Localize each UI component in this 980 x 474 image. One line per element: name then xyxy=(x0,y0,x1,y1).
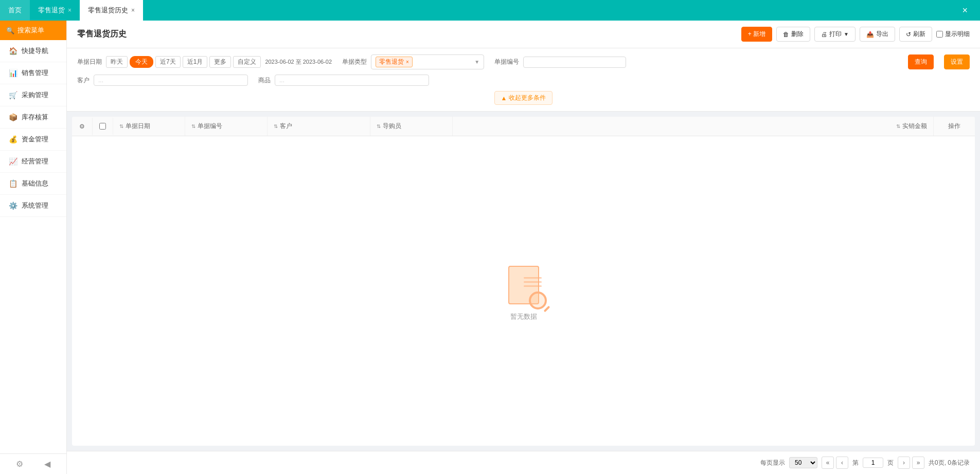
doc-line-3 xyxy=(524,285,542,287)
refresh-icon: ↺ xyxy=(906,31,911,38)
doc-lines xyxy=(524,277,542,289)
sidebar-item-finance-label: 资金管理 xyxy=(22,135,48,144)
print-button[interactable]: 🖨 打印 ▼ xyxy=(814,27,856,42)
display-checkbox[interactable] xyxy=(936,31,943,38)
query-button[interactable]: 查询 xyxy=(908,54,934,69)
bill-type-tag-close[interactable]: × xyxy=(406,59,409,65)
sidebar-collapse-btn[interactable]: ◀ xyxy=(44,459,50,469)
th-bill-num-label: 单据编号 xyxy=(198,122,222,131)
bill-type-dropdown-icon: ▼ xyxy=(474,59,479,65)
delete-button[interactable]: 🗑 删除 xyxy=(776,27,810,42)
sidebar-settings-btn[interactable]: ⚙ xyxy=(16,459,23,469)
bill-type-label: 单据类型 xyxy=(342,58,367,66)
search-icon: 🔍 xyxy=(6,27,14,34)
basic-info-icon: 📋 xyxy=(8,179,17,188)
display-toggle[interactable]: 显示明细 xyxy=(936,30,970,39)
collapse-button[interactable]: ▲ 收起更多条件 xyxy=(494,91,553,105)
tab-retail-return[interactable]: 零售退货 × xyxy=(30,0,80,21)
bill-type-select[interactable]: 零售退货 × ▼ xyxy=(371,54,484,69)
home-icon: 🏠 xyxy=(8,46,17,56)
pagination: 每页显示 50 10 20 100 « ‹ 第 页 › » 共0页, 0条记录 xyxy=(67,451,980,474)
sidebar-item-inventory[interactable]: 📦 库存核算 xyxy=(0,106,66,129)
th-bill-num-sort-icon[interactable]: ⇅ xyxy=(191,123,195,129)
delete-label: 删除 xyxy=(791,30,804,39)
date-btn-today[interactable]: 今天 xyxy=(130,56,153,68)
th-bill-date: ⇅ 单据日期 xyxy=(113,117,185,136)
sidebar-item-system[interactable]: ⚙️ 系统管理 xyxy=(0,195,66,217)
sidebar-item-operations[interactable]: 📈 经营管理 xyxy=(0,151,66,173)
tab-list: 首页 零售退货 × 零售退货历史 × xyxy=(0,0,958,21)
tab-retail-return-history-close[interactable]: × xyxy=(131,7,135,14)
refresh-button[interactable]: ↺ 刷新 xyxy=(899,27,932,42)
tab-home[interactable]: 首页 xyxy=(0,0,30,21)
filter-customer: 客户 ... xyxy=(77,75,248,86)
operations-icon: 📈 xyxy=(8,157,17,166)
print-label: 打印 xyxy=(829,30,842,39)
sidebar-item-basic-info[interactable]: 📋 基础信息 xyxy=(0,173,66,195)
page-next-btn[interactable]: › xyxy=(898,457,910,469)
goods-label: 商品 xyxy=(258,76,271,85)
delete-icon: 🗑 xyxy=(783,31,789,38)
new-button[interactable]: + 新增 xyxy=(741,27,772,42)
select-all-checkbox[interactable] xyxy=(99,123,106,130)
sidebar-bottom: ⚙ ◀ xyxy=(0,453,66,474)
page-last-btn[interactable]: » xyxy=(912,457,924,469)
goods-select[interactable]: ... xyxy=(275,75,429,86)
th-bill-num: ⇅ 单据编号 xyxy=(185,117,268,136)
sidebar-item-operations-label: 经营管理 xyxy=(22,157,48,166)
tab-retail-return-close[interactable]: × xyxy=(68,7,72,14)
table-settings-icon[interactable]: ⚙ xyxy=(79,123,85,130)
sidebar: 🔍 搜索菜单 🏠 快捷导航 📊 销售管理 🛒 采购管理 📦 xyxy=(0,21,67,474)
th-amount-sort-icon[interactable]: ⇅ xyxy=(896,123,900,129)
th-customer: ⇅ 客户 xyxy=(268,117,370,136)
export-icon: 📤 xyxy=(866,31,874,38)
per-page-select[interactable]: 50 10 20 100 xyxy=(789,457,817,468)
tab-retail-return-history[interactable]: 零售退货历史 × xyxy=(80,0,143,21)
customer-select[interactable]: ... xyxy=(94,75,248,86)
table-area: ⚙ ⇅ 单据日期 ⇅ 单据编号 ⇅ 客户 xyxy=(72,117,975,446)
tab-retail-return-history-label: 零售退货历史 xyxy=(88,6,128,15)
export-label: 导出 xyxy=(876,30,888,39)
page-prev-btn[interactable]: ‹ xyxy=(836,457,848,469)
date-btn-yesterday[interactable]: 昨天 xyxy=(106,56,128,68)
th-bill-date-label: 单据日期 xyxy=(126,122,150,131)
magnify-icon xyxy=(529,291,547,309)
date-btn-custom[interactable]: 自定义 xyxy=(233,56,261,68)
empty-state: 暂无数据 xyxy=(72,136,975,446)
sidebar-item-system-label: 系统管理 xyxy=(22,201,48,210)
th-settings[interactable]: ⚙ xyxy=(72,118,93,135)
page-first-btn[interactable]: « xyxy=(822,457,834,469)
date-btn-1month[interactable]: 近1月 xyxy=(183,56,208,68)
query-label: 查询 xyxy=(915,58,927,66)
page-unit-label: 页 xyxy=(887,459,894,467)
customer-label: 客户 xyxy=(77,76,90,85)
display-label: 显示明细 xyxy=(945,30,970,39)
page-current-input[interactable] xyxy=(863,458,883,468)
page-current-label: 第 xyxy=(852,459,859,467)
sidebar-item-purchase[interactable]: 🛒 采购管理 xyxy=(0,84,66,106)
settings-button[interactable]: 设置 xyxy=(944,54,970,69)
sidebar-item-finance[interactable]: 💰 资金管理 xyxy=(0,129,66,151)
top-bar: 首页 零售退货 × 零售退货历史 × × xyxy=(0,0,980,21)
window-close-button[interactable]: × xyxy=(958,5,972,16)
sidebar-item-purchase-label: 采购管理 xyxy=(22,90,48,100)
bill-number-input[interactable] xyxy=(523,57,626,68)
export-button[interactable]: 📤 导出 xyxy=(860,27,895,42)
bill-type-value: 零售退货 xyxy=(379,58,404,66)
page-nav: « ‹ 第 页 › » xyxy=(822,457,924,469)
bill-date-label: 单据日期 xyxy=(77,58,102,66)
date-btn-7days[interactable]: 近7天 xyxy=(155,56,181,68)
sidebar-item-sales[interactable]: 📊 销售管理 xyxy=(0,62,66,84)
sidebar-item-quick-nav[interactable]: 🏠 快捷导航 xyxy=(0,40,66,62)
sidebar-item-quick-nav-label: 快捷导航 xyxy=(22,46,48,56)
date-btn-more[interactable]: 更多 xyxy=(209,56,231,68)
th-bill-date-sort-icon[interactable]: ⇅ xyxy=(119,123,123,129)
th-customer-sort-icon[interactable]: ⇅ xyxy=(274,123,278,129)
filter-bill-number: 单据编号 xyxy=(494,57,626,68)
th-guide-sort-icon[interactable]: ⇅ xyxy=(377,123,381,129)
top-bar-right: × xyxy=(958,5,980,16)
sidebar-search[interactable]: 🔍 搜索菜单 xyxy=(0,21,66,40)
th-checkbox[interactable] xyxy=(93,118,113,135)
sidebar-item-inventory-label: 库存核算 xyxy=(22,113,48,122)
sales-icon: 📊 xyxy=(8,68,17,78)
